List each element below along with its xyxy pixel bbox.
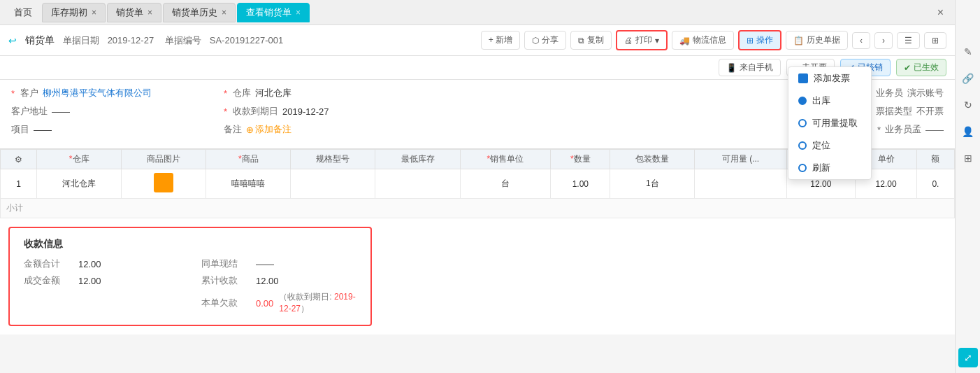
refresh-icon <box>798 164 807 172</box>
row-product-img <box>122 169 206 199</box>
col-gear[interactable]: ⚙ <box>1 150 37 169</box>
customer-required: * <box>11 88 15 99</box>
dropdown-available-qty[interactable]: 可用量提取 <box>788 112 871 134</box>
logistics-button[interactable]: 🚚 物流信息 <box>672 31 734 50</box>
row-min-stock <box>375 169 460 199</box>
ops-icon: ⊞ <box>747 36 754 45</box>
tab-home[interactable]: 首页 <box>6 3 41 22</box>
close-sales-icon[interactable]: × <box>147 8 152 17</box>
customer-field: * 客户 柳州粤港平安气体有限公司 <box>11 87 207 99</box>
note-label: 备注 <box>224 123 242 136</box>
sidebar-edit-icon[interactable]: ✎ <box>958 42 978 62</box>
dropdown-refresh[interactable]: 刷新 <box>788 157 871 179</box>
ops-button[interactable]: ⊞ 操作 <box>738 30 781 50</box>
sales-rep-label: 业务员孟 <box>885 123 921 136</box>
print-dropdown-icon: ▾ <box>655 36 659 45</box>
add-invoice-icon <box>798 73 808 83</box>
window-close-button[interactable]: × <box>932 6 949 19</box>
tab-sales-history[interactable]: 销货单历史 × <box>163 3 236 22</box>
col-warehouse: *仓库 <box>37 150 122 169</box>
sales-label: 销货单 <box>116 6 143 19</box>
phone-icon: 📱 <box>726 63 737 73</box>
sidebar-table-icon[interactable]: ⊞ <box>958 148 978 168</box>
project-label: 项目 <box>11 123 29 136</box>
total-label: 金额合计 <box>24 258 73 270</box>
tab-sales[interactable]: 销货单 × <box>107 3 161 22</box>
close-view-sales-icon[interactable]: × <box>296 8 301 17</box>
ticket-type-field: * 票据类型 不开票 <box>868 105 944 118</box>
print-icon: 🖨 <box>624 36 633 45</box>
subtotal-row: 小计 <box>1 199 955 218</box>
same-order-value: —— <box>256 259 274 269</box>
history-button[interactable]: 📋 历史单据 <box>786 31 848 50</box>
row-no: 1 <box>1 169 37 199</box>
col-quantity: *数量 <box>551 150 610 169</box>
date-value: 2019-12-27 <box>108 35 154 45</box>
share-icon: ⬡ <box>532 36 539 45</box>
available-qty-label: 可用量提取 <box>812 117 858 129</box>
copy-icon: ⧉ <box>578 36 584 45</box>
warehouse-value: 河北仓库 <box>255 87 291 99</box>
ticket-type-value: 不开票 <box>916 105 944 118</box>
toolbar-right: + 新增 ⬡ 分享 ⧉ 复制 🖨 打印 ▾ 🚚 物流信息 ⊞ 操作 <box>481 30 946 50</box>
row-warehouse: 河北仓库 <box>37 169 122 199</box>
from-phone-button[interactable]: 📱 来自手机 <box>719 59 781 76</box>
refresh-label: 刷新 <box>812 162 830 174</box>
close-sales-history-icon[interactable]: × <box>222 8 226 17</box>
col-sales-unit: *销售单位 <box>460 150 551 169</box>
outbound-icon <box>798 97 807 105</box>
staff-field: 业务员 演示账号 <box>876 87 944 99</box>
copy-button[interactable]: ⧉ 复制 <box>570 31 612 50</box>
new-button[interactable]: + 新增 <box>481 31 520 50</box>
sidebar-link-icon[interactable]: 🔗 <box>958 69 978 88</box>
available-qty-icon <box>798 119 807 127</box>
add-note-button[interactable]: ⊕ 添加备注 <box>246 123 291 136</box>
tab-view-sales[interactable]: 查看销货单 × <box>237 3 310 22</box>
address-label: 客户地址 <box>11 105 48 118</box>
nav-prev-button[interactable]: ‹ <box>852 32 870 49</box>
sales-rep-required: * <box>877 125 881 135</box>
share-button[interactable]: ⬡ 分享 <box>524 31 566 50</box>
inventory-label: 库存期初 <box>51 6 87 19</box>
due-date-value: 2019-12-27 <box>282 106 329 117</box>
number-value: SA-20191227-001 <box>210 35 284 45</box>
view-grid-button[interactable]: ⊞ <box>924 32 946 49</box>
transaction-label: 成交金额 <box>24 274 73 287</box>
payment-box: 收款信息 金额合计 12.00 同单现结 —— 成交金额 12.00 累计收款 … <box>8 227 372 326</box>
print-button[interactable]: 🖨 打印 ▾ <box>616 30 668 50</box>
warehouse-required: * <box>224 88 227 99</box>
customer-value[interactable]: 柳州粤港平安气体有限公司 <box>43 87 152 99</box>
transaction-value: 12.00 <box>78 276 101 286</box>
project-value: —— <box>34 125 52 135</box>
col-product-img: 商品图片 <box>122 150 206 169</box>
locate-label: 定位 <box>812 139 830 152</box>
effective-button[interactable]: ✔ 已生效 <box>896 59 946 76</box>
arrears-item: 本单欠款 0.00 （收款到期日: 2019-12-27） <box>201 291 356 315</box>
col-min-stock: 最低库存 <box>375 150 460 169</box>
dropdown-outbound[interactable]: 出库 <box>788 90 871 112</box>
logistics-icon: 🚚 <box>679 36 690 45</box>
cumulative-label: 累计收款 <box>201 274 250 287</box>
sidebar-refresh-icon[interactable]: ↻ <box>958 95 978 115</box>
history-icon: 📋 <box>793 36 804 45</box>
dropdown-locate[interactable]: 定位 <box>788 134 871 157</box>
due-date-label: 收款到期日 <box>233 105 278 118</box>
row-amount: 0. <box>916 169 954 199</box>
sidebar-user-icon[interactable]: 👤 <box>958 122 978 141</box>
nav-next-button[interactable]: › <box>874 32 893 49</box>
view-list-button[interactable]: ☰ <box>897 32 920 49</box>
close-inventory-icon[interactable]: × <box>92 8 96 17</box>
cumulative-value: 12.00 <box>256 276 279 286</box>
locate-icon <box>798 141 807 150</box>
total-value: 12.00 <box>78 259 101 269</box>
subtotal-label: 小计 <box>1 199 955 218</box>
ops-dropdown: 添加发票 出库 可用量提取 定位 刷新 <box>788 66 872 180</box>
transaction-item: 成交金额 12.00 <box>24 274 179 287</box>
tab-inventory[interactable]: 库存期初 × <box>42 3 106 22</box>
row-sales-unit: 台 <box>460 169 551 199</box>
same-order-item: 同单现结 —— <box>201 258 356 270</box>
col-available: 可用量 (... <box>695 150 786 169</box>
project-field: 项目 —— <box>11 123 207 136</box>
due-date-required: * <box>224 106 227 117</box>
dropdown-add-invoice[interactable]: 添加发票 <box>788 67 871 90</box>
